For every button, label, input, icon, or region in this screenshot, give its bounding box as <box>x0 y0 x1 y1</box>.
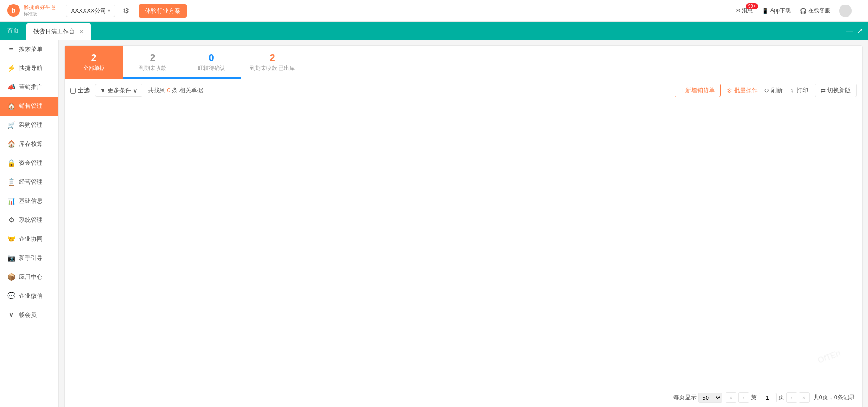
stat-overdue-label: 到期未收款 <box>132 65 173 72</box>
sidebar-item-quick-nav[interactable]: ⚡ 快捷导航 <box>0 59 58 78</box>
app-download-action[interactable]: 📱 App下载 <box>762 7 791 14</box>
stat-tab-all[interactable]: 2 全部单据 <box>65 46 123 79</box>
message-icon: ✉ <box>736 8 740 14</box>
trial-button[interactable]: 体验行业方案 <box>139 4 187 18</box>
stat-pending-label: 旺辅待确认 <box>191 65 231 72</box>
avatar[interactable] <box>839 5 852 17</box>
toolbar-left: 全选 ▼ 更多条件 ∨ 共找到 0 条 相关单据 <box>70 84 203 97</box>
sidebar-item-operations[interactable]: 📋 经营管理 <box>0 173 58 192</box>
filter-chevron-icon: ∨ <box>133 87 137 94</box>
wechat-icon: 💬 <box>7 292 15 300</box>
batch-operation-button[interactable]: ⚙ 批量操作 <box>727 86 758 94</box>
page-suffix: 页 <box>778 393 784 402</box>
stat-pending-num: 0 <box>191 52 231 64</box>
sidebar-item-app-center[interactable]: 📦 应用中心 <box>0 267 58 286</box>
app-badge: 标准版 <box>24 11 56 17</box>
search-menu-icon: ≡ <box>7 45 15 53</box>
sidebar-label-inventory: 库存核算 <box>19 140 42 148</box>
marketing-icon: 📣 <box>7 83 15 91</box>
page-last-button[interactable]: » <box>799 392 810 403</box>
toolbar: 全选 ▼ 更多条件 ∨ 共找到 0 条 相关单据 + 新增销货单 ⚙ <box>64 79 863 102</box>
header-right: ✉ 消息 99+ 📱 App下载 🎧 在线客服 <box>736 5 861 17</box>
top-header: b 畅捷通好生意 标准版 XXXXXX公司 ▾ ⚙ 体验行业方案 ✉ 消息 99… <box>0 0 868 22</box>
sidebar-item-guide[interactable]: 📷 新手引导 <box>0 248 58 267</box>
sidebar-label-system: 系统管理 <box>19 216 42 224</box>
tab-home[interactable]: 首页 <box>0 22 26 40</box>
sidebar-item-system[interactable]: ⚙ 系统管理 <box>0 211 58 229</box>
pagination-bar: 每页显示 50 100 « ‹ 第 页 › » 共0页，0条记录 <box>64 388 863 407</box>
stat-all-num: 2 <box>74 52 114 64</box>
per-page-select[interactable]: 50 100 <box>698 393 722 403</box>
online-service-action[interactable]: 🎧 在线客服 <box>800 7 830 14</box>
tab-close-icon[interactable]: ✕ <box>79 28 84 35</box>
app-download-label: App下载 <box>770 7 791 14</box>
sidebar-item-inventory[interactable]: 🏠 库存核算 <box>0 135 58 154</box>
sidebar-item-wechat[interactable]: 💬 企业微信 <box>0 286 58 305</box>
switch-label: 切换新版 <box>827 86 851 94</box>
online-service-label: 在线客服 <box>808 7 830 14</box>
page-size-selector: 每页显示 50 100 <box>673 393 722 403</box>
sidebar-label-guide: 新手引导 <box>19 254 42 262</box>
app-center-icon: 📦 <box>7 273 15 281</box>
system-icon: ⚙ <box>7 216 15 224</box>
found-count: 0 <box>167 87 170 94</box>
tab-bar-actions: — ⤢ <box>846 27 868 35</box>
message-badge: 99+ <box>746 3 758 9</box>
sidebar-item-marketing[interactable]: 📣 营销推广 <box>0 78 58 97</box>
select-all-checkbox[interactable]: 全选 <box>70 86 90 94</box>
settings-icon[interactable]: ⚙ <box>119 4 133 18</box>
quick-nav-icon: ⚡ <box>7 64 15 72</box>
stat-tab-overdue-shipped[interactable]: 2 到期未收款 已出库 <box>241 46 304 79</box>
sidebar-item-base-info[interactable]: 📊 基础信息 <box>0 192 58 211</box>
sidebar-item-member[interactable]: V 畅会员 <box>0 305 58 324</box>
switch-icon: ⇄ <box>821 87 826 94</box>
refresh-icon: ↻ <box>764 87 769 94</box>
company-selector[interactable]: XXXXXX公司 ▾ <box>66 5 115 17</box>
tab-minimize-button[interactable]: — <box>846 27 853 35</box>
main-layout: ≡ 搜索菜单 ⚡ 快捷导航 📣 营销推广 🏠 销售管理 🛒 采购管理 🏠 库存核… <box>0 40 868 407</box>
add-order-button[interactable]: + 新增销货单 <box>675 84 721 97</box>
member-icon: V <box>7 311 15 319</box>
select-all-input[interactable] <box>70 88 76 94</box>
stat-tab-overdue[interactable]: 2 到期未收款 <box>123 46 182 79</box>
print-button[interactable]: 🖨 打印 <box>789 86 808 94</box>
filter-button[interactable]: ▼ 更多条件 ∨ <box>95 84 142 97</box>
logo-area: b 畅捷通好生意 标准版 <box>7 4 66 17</box>
batch-label: 批量操作 <box>734 86 758 94</box>
stat-overdue-underline <box>123 77 182 79</box>
page-next-button[interactable]: › <box>786 392 797 403</box>
stat-pending-underline <box>182 77 241 79</box>
sidebar-item-sales[interactable]: 🏠 销售管理 <box>0 97 58 116</box>
sidebar-label-enterprise: 企业协同 <box>19 235 42 243</box>
stat-tab-pending[interactable]: 0 旺辅待确认 <box>182 46 241 79</box>
switch-version-button[interactable]: ⇄ 切换新版 <box>815 84 857 97</box>
table-area <box>64 102 863 388</box>
sidebar-item-enterprise[interactable]: 🤝 企业协同 <box>0 229 58 248</box>
page-first-button[interactable]: « <box>726 392 736 403</box>
content-area: 2 全部单据 2 到期未收款 0 旺辅待确认 2 到期未收款 已出库 <box>59 40 868 407</box>
sidebar-item-search[interactable]: ≡ 搜索菜单 <box>0 40 58 59</box>
batch-icon: ⚙ <box>727 87 732 94</box>
sidebar-item-finance[interactable]: 🔒 资金管理 <box>0 154 58 173</box>
tab-home-label: 首页 <box>7 27 19 35</box>
found-unit: 条 <box>172 87 178 94</box>
tab-maximize-button[interactable]: ⤢ <box>857 27 863 35</box>
tab-workbench[interactable]: 钱货日清工作台 ✕ <box>26 23 91 40</box>
sidebar-item-purchase[interactable]: 🛒 采购管理 <box>0 116 58 135</box>
chevron-down-icon: ▾ <box>108 8 110 13</box>
operations-icon: 📋 <box>7 178 15 186</box>
found-prefix: 共找到 <box>148 87 165 94</box>
page-input[interactable] <box>759 393 777 402</box>
base-info-icon: 📊 <box>7 197 15 205</box>
total-text: 共0页，0条记录 <box>813 393 855 402</box>
page-label: 第 <box>751 393 757 402</box>
stat-overdue-num: 2 <box>132 52 173 64</box>
page-prev-button[interactable]: ‹ <box>738 392 749 403</box>
refresh-button[interactable]: ↻ 刷新 <box>764 86 783 94</box>
sales-icon: 🏠 <box>7 102 15 110</box>
sidebar-label-sales: 销售管理 <box>19 102 42 110</box>
toolbar-right: + 新增销货单 ⚙ 批量操作 ↻ 刷新 🖨 打印 ⇄ 切换新版 <box>675 84 857 97</box>
message-action[interactable]: ✉ 消息 99+ <box>736 7 753 14</box>
tab-bar: 首页 钱货日清工作台 ✕ — ⤢ <box>0 22 868 40</box>
service-icon: 🎧 <box>800 8 807 14</box>
